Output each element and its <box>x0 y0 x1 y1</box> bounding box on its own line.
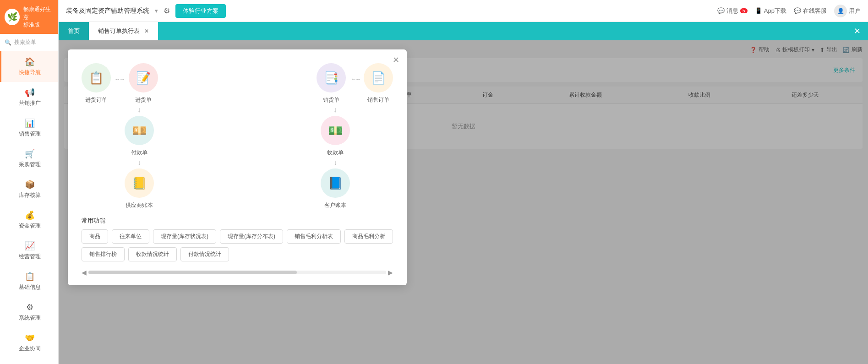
sales-icon: 📊 <box>25 118 35 128</box>
sidebar-item-marketing[interactable]: 📢 营销推广 <box>0 82 58 113</box>
collab-icon: 🤝 <box>25 333 35 343</box>
sidebar-nav: 🏠 快捷导航 📢 营销推广 📊 销售管理 🛒 采购管理 📦 库存核算 💰 资金管… <box>0 51 58 364</box>
logo-icon: 🌿 <box>5 9 20 25</box>
experience-industry-btn[interactable]: 体验行业方案 <box>175 4 226 18</box>
purchase-icon: 🛒 <box>25 149 35 159</box>
scroll-right-btn[interactable]: ▶ <box>388 269 393 276</box>
sidebar-item-inventory[interactable]: 📦 库存核算 <box>0 174 58 205</box>
tab-home[interactable]: 首页 <box>59 22 89 40</box>
modal-scrollbar: ◀ ▶ <box>82 269 393 276</box>
tabbar: 首页 销售订单执行表 ✕ ✕ <box>59 22 868 40</box>
supplier-ledger-label: 供应商账本 <box>126 201 153 209</box>
func-btn-product-profit[interactable]: 商品毛利分析 <box>344 229 393 244</box>
inventory-icon: 📦 <box>25 179 35 190</box>
func-btn-sales-rank[interactable]: 销售排行榜 <box>82 247 125 261</box>
payment-slip-icon: 💴 <box>125 116 154 145</box>
sales-slip-node[interactable]: 📑 销货单 <box>317 63 346 104</box>
dropdown-icon[interactable]: ▾ <box>155 7 158 14</box>
func-btn-stock-status[interactable]: 现存量(库存状况表) <box>153 229 216 244</box>
system-icon: ⚙ <box>26 302 33 312</box>
func-btn-receipt-stats[interactable]: 收款情况统计 <box>128 247 177 261</box>
sales-order-icon: 📄 <box>364 63 393 92</box>
search-icon: 🔍 <box>5 39 11 46</box>
tab-close-icon[interactable]: ✕ <box>144 28 149 34</box>
purchase-slip-node[interactable]: 📝 进货单 <box>129 63 158 104</box>
sidebar-item-purchase[interactable]: 🛒 采购管理 <box>0 143 58 174</box>
sidebar-item-collab[interactable]: 🤝 企业协同 <box>0 327 58 358</box>
func-btn-product[interactable]: 商品 <box>82 229 108 244</box>
common-funcs-section: 常用功能 商品 往来单位 现存量(库存状况表) 现存量(库存分布表) 销售毛利分… <box>82 217 393 261</box>
message-btn[interactable]: 💬 消息 5 <box>717 7 748 15</box>
message-badge: 5 <box>740 8 748 13</box>
customer-ledger-node[interactable]: 📘 客户账本 <box>321 168 350 209</box>
modal-close-btn[interactable]: ✕ <box>393 55 399 65</box>
tab-sales-order-exec[interactable]: 销售订单执行表 ✕ <box>89 22 158 40</box>
func-btns-row1: 商品 往来单位 现存量(库存状况表) 现存量(库存分布表) 销售毛利分析表 商品… <box>82 229 393 244</box>
sidebar-item-operations[interactable]: 📈 经营管理 <box>0 235 58 266</box>
customer-ledger-label: 客户账本 <box>324 201 346 209</box>
scroll-left-btn[interactable]: ◀ <box>82 269 87 276</box>
sales-order-label: 销售订单 <box>367 96 389 104</box>
sidebar-item-basic-info[interactable]: 📋 基础信息 <box>0 266 58 297</box>
sidebar-search[interactable]: 🔍 搜索菜单 <box>0 34 58 51</box>
payment-slip-label: 付款单 <box>131 149 147 157</box>
purchase-order-node[interactable]: 📋 进货订单 <box>82 63 111 104</box>
scrollbar-track[interactable] <box>88 271 386 274</box>
sidebar-item-guide[interactable]: 🎯 新手引导 <box>0 358 58 364</box>
sales-slip-label: 销货单 <box>323 96 339 104</box>
user-profile-btn[interactable]: 👤 用户 <box>834 5 861 17</box>
receipt-slip-label: 收款单 <box>327 149 344 157</box>
func-btn-sales-profit[interactable]: 销售毛利分析表 <box>287 229 341 244</box>
func-btn-partner[interactable]: 往来单位 <box>112 229 149 244</box>
quick-nav-modal: ✕ 📋 进货订单 - - → 📝 进货单 📑 销货单 <box>68 49 407 285</box>
message-icon: 💬 <box>717 7 725 14</box>
sidebar-item-sales[interactable]: 📊 销售管理 <box>0 113 58 143</box>
sidebar-logo: 🌿 畅康通好生意 标准版 <box>0 0 58 34</box>
online-service-btn[interactable]: 💬 在线客服 <box>794 7 827 15</box>
sales-order-node[interactable]: 📄 销售订单 <box>364 63 393 104</box>
system-title: 装备及固定资产辅助管理系统 <box>66 7 149 15</box>
basic-info-icon: 📋 <box>25 272 35 282</box>
modal-overlay[interactable]: ✕ 📋 进货订单 - - → 📝 进货单 📑 销货单 <box>59 40 868 364</box>
operations-icon: 📈 <box>25 241 35 251</box>
avatar: 👤 <box>834 5 847 17</box>
supplier-ledger-icon: 📒 <box>125 168 154 198</box>
app-download-btn[interactable]: 📱 App下载 <box>755 7 786 15</box>
topbar-actions: 💬 消息 5 📱 App下载 💬 在线客服 👤 用户 <box>717 5 861 17</box>
receipt-slip-icon: 💵 <box>321 116 350 145</box>
sidebar-item-finance[interactable]: 💰 资金管理 <box>0 205 58 235</box>
func-btns-row2: 销售排行榜 收款情况统计 付款情况统计 <box>82 247 393 261</box>
sales-slip-icon: 📑 <box>317 63 346 92</box>
customer-ledger-icon: 📘 <box>321 168 350 198</box>
purchase-order-icon: 📋 <box>82 63 111 92</box>
func-btn-stock-dist[interactable]: 现存量(库存分布表) <box>220 229 283 244</box>
service-icon: 💬 <box>794 7 801 14</box>
gear-btn[interactable]: ⚙ <box>164 6 170 15</box>
download-icon: 📱 <box>755 7 762 14</box>
logo-text: 畅康通好生意 标准版 <box>23 5 54 28</box>
purchase-slip-label: 进货单 <box>135 96 152 104</box>
purchase-slip-icon: 📝 <box>129 63 158 92</box>
finance-icon: 💰 <box>25 210 35 220</box>
payment-slip-node[interactable]: 💴 付款单 <box>125 116 154 157</box>
close-all-tabs-btn[interactable]: ✕ <box>846 22 868 40</box>
common-funcs-title: 常用功能 <box>82 217 393 225</box>
receipt-slip-node[interactable]: 💵 收款单 <box>321 116 350 157</box>
scrollbar-thumb <box>88 271 297 274</box>
sidebar-item-system[interactable]: ⚙ 系统管理 <box>0 297 58 327</box>
sidebar: 🌿 畅康通好生意 标准版 🔍 搜索菜单 🏠 快捷导航 📢 营销推广 📊 销售管理… <box>0 0 59 364</box>
marketing-icon: 📢 <box>25 87 35 98</box>
purchase-order-label: 进货订单 <box>85 96 107 104</box>
home-icon: 🏠 <box>25 57 35 67</box>
func-btn-payment-stats[interactable]: 付款情况统计 <box>180 247 229 261</box>
sidebar-item-quick-nav[interactable]: 🏠 快捷导航 <box>0 51 58 82</box>
topbar: 装备及固定资产辅助管理系统 ▾ ⚙ 体验行业方案 💬 消息 5 📱 App下载 … <box>59 0 868 22</box>
supplier-ledger-node[interactable]: 📒 供应商账本 <box>125 168 154 209</box>
